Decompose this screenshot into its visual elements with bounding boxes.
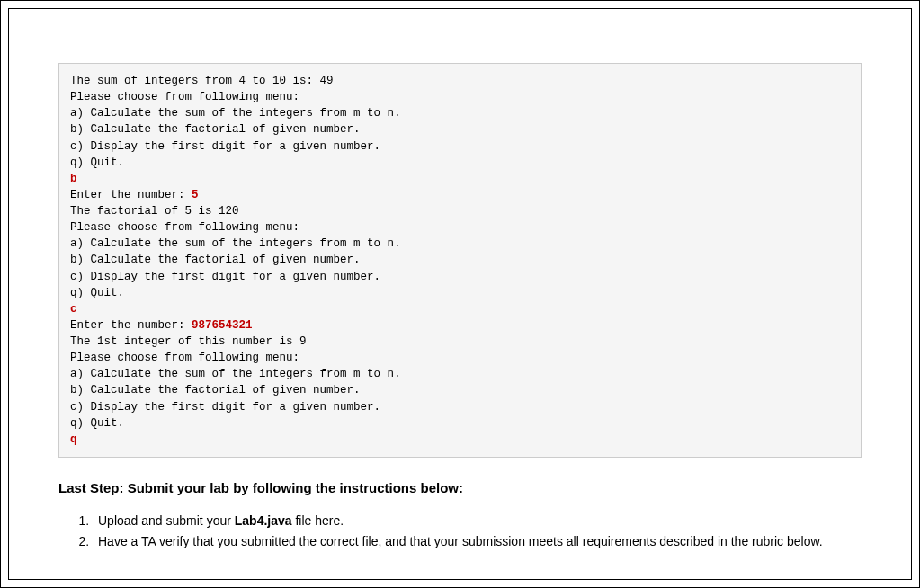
last-step-heading: Last Step: Submit your lab by following … bbox=[58, 480, 862, 495]
code-line: The factorial of 5 is 120 bbox=[70, 203, 850, 219]
user-input-987: 987654321 bbox=[192, 319, 253, 332]
user-input-q: q bbox=[70, 432, 850, 448]
document-frame: The sum of integers from 4 to 10 is: 49P… bbox=[8, 8, 912, 580]
code-line: Enter the number: 5 bbox=[70, 187, 850, 203]
code-line: Please choose from following menu: bbox=[70, 89, 850, 105]
user-input-b: b bbox=[70, 171, 850, 187]
instruction-text: Upload and submit your bbox=[98, 513, 235, 528]
code-line: Please choose from following menu: bbox=[70, 219, 850, 236]
user-input-c: c bbox=[70, 301, 850, 317]
user-input-5: 5 bbox=[192, 189, 199, 201]
code-line: c) Display the first digit for a given n… bbox=[70, 269, 850, 285]
code-line: a) Calculate the sum of the integers fro… bbox=[70, 105, 850, 121]
code-line: q) Quit. bbox=[70, 155, 850, 171]
instructions-list: Upload and submit your Lab4.java file he… bbox=[58, 512, 862, 551]
code-line: c) Display the first digit for a given n… bbox=[70, 138, 850, 155]
code-line: The 1st integer of this number is 9 bbox=[70, 334, 850, 350]
code-line: a) Calculate the sum of the integers fro… bbox=[70, 236, 850, 252]
instruction-item-1: Upload and submit your Lab4.java file he… bbox=[93, 512, 862, 530]
code-line: b) Calculate the factorial of given numb… bbox=[70, 121, 850, 138]
instruction-text: file here. bbox=[292, 513, 344, 528]
code-line: q) Quit. bbox=[70, 415, 850, 432]
code-line: a) Calculate the sum of the integers fro… bbox=[70, 366, 850, 382]
code-line: c) Display the first digit for a given n… bbox=[70, 399, 850, 415]
code-line: The sum of integers from 4 to 10 is: 49 bbox=[70, 73, 850, 89]
code-line: Please choose from following menu: bbox=[70, 350, 850, 366]
code-line: q) Quit. bbox=[70, 285, 850, 301]
instruction-item-2: Have a TA verify that you submitted the … bbox=[93, 532, 862, 551]
code-line: b) Calculate the factorial of given numb… bbox=[70, 382, 850, 398]
code-line: Enter the number: 987654321 bbox=[70, 317, 850, 334]
code-line: b) Calculate the factorial of given numb… bbox=[70, 252, 850, 268]
code-output-block: The sum of integers from 4 to 10 is: 49P… bbox=[58, 63, 862, 458]
filename: Lab4.java bbox=[235, 513, 292, 528]
prompt-text: Enter the number: bbox=[70, 189, 192, 201]
prompt-text: Enter the number: bbox=[70, 319, 192, 332]
